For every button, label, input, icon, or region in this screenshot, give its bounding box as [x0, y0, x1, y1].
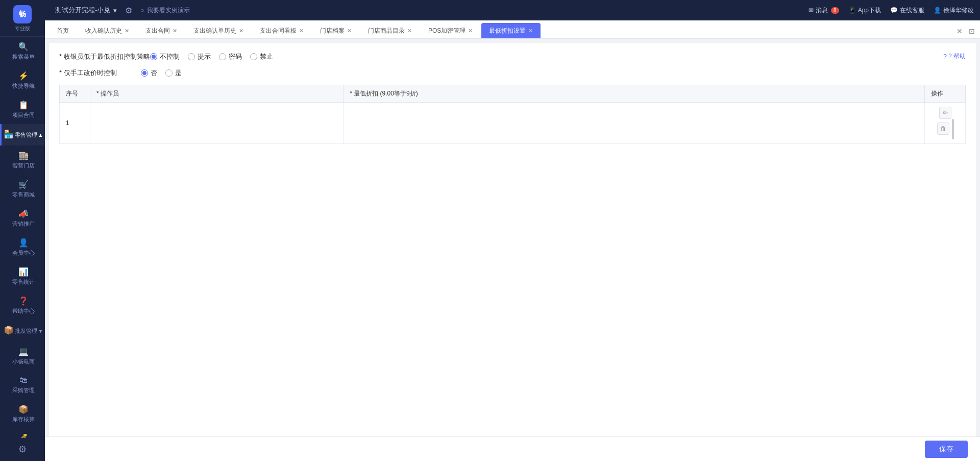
radio-no-circle — [141, 69, 148, 77]
cell-min-discount[interactable] — [344, 103, 925, 144]
tab-income[interactable]: 收入确认历史 ✕ — [78, 23, 137, 38]
topbar: 测试分开完程-小兑 ▾ ⚙ ○ 我要看实例演示 ✉ 消息 8 📱 App下载 💬… — [45, 0, 980, 20]
discount-table: 序号 * 操作员 * 最低折扣 (9.00等于9折) 操作 1 ✏ 🗑 — [59, 85, 966, 144]
user-name: 徐泽华修改 — [943, 6, 974, 15]
sidebar-item-search[interactable]: 🔍 搜索菜单 — [0, 37, 45, 66]
cell-seq: 1 — [60, 103, 90, 144]
help-link[interactable]: ? ? 帮助 — [943, 52, 966, 61]
sidebar-item-smartstore[interactable]: 🏬 智营门店 — [0, 145, 45, 175]
sidebar-item-finance[interactable]: 💰 资金管理 — [0, 428, 45, 438]
tab-payment-board[interactable]: 支出合同看板 ✕ — [252, 23, 311, 38]
smartstore-icon: 🏬 — [18, 151, 29, 160]
tab-payment[interactable]: 支出合同 ✕ — [138, 23, 185, 38]
sidebar-item-label: 搜索菜单 — [12, 53, 35, 61]
radio-forbidden[interactable]: 禁止 — [250, 52, 273, 61]
tab-pos-lock-label: POS加密管理 — [428, 27, 465, 35]
project-dropdown-icon: ▾ — [113, 7, 117, 14]
sidebar-item-label: 会员中心 — [12, 249, 35, 257]
topbar-settings-button[interactable]: ⚙ — [125, 6, 132, 15]
tab-store-file[interactable]: 门店档案 ✕ — [312, 23, 359, 38]
table-body: 1 ✏ 🗑 — [60, 103, 966, 144]
message-button[interactable]: ✉ 消息 8 — [808, 6, 839, 15]
radio-password-label: 密码 — [229, 52, 242, 61]
radio-prompt[interactable]: 提示 — [188, 52, 211, 61]
tab-expand-button[interactable]: ⊡ — [968, 26, 976, 36]
sidebar-item-quicknav[interactable]: ⚡ 快捷导航 — [0, 66, 45, 95]
online-service-button[interactable]: 💬 在线客服 — [890, 6, 924, 15]
manual-control-radio-group: 否 是 — [141, 68, 182, 78]
retail-arrow-icon: ▲ — [38, 132, 43, 138]
tab-home-label: 首页 — [57, 27, 69, 35]
user-menu-button[interactable]: 👤 徐泽华修改 — [934, 6, 974, 15]
radio-no-control[interactable]: 不控制 — [150, 52, 180, 61]
tab-payment-confirm[interactable]: 支出确认单历史 ✕ — [186, 23, 251, 38]
topbar-project-selector[interactable]: 测试分开完程-小兑 ▾ — [51, 4, 121, 17]
sidebar-item-inventory[interactable]: 📦 库存核算 — [0, 399, 45, 428]
tab-payment-close[interactable]: ✕ — [173, 28, 177, 34]
service-label: 在线客服 — [900, 6, 924, 15]
sidebar-item-retail[interactable]: 🏪 零售管理 ▲ — [0, 124, 45, 145]
sidebar-item-purchase[interactable]: 🛍 采购管理 — [0, 371, 45, 399]
question-icon: ? — [943, 53, 947, 60]
tab-min-discount-label: 最低折扣设置 — [489, 27, 526, 35]
tabbar: 首页 收入确认历史 ✕ 支出合同 ✕ 支出确认单历史 ✕ 支出合同看板 ✕ 门店… — [45, 20, 980, 39]
main-area: 测试分开完程-小兑 ▾ ⚙ ○ 我要看实例演示 ✉ 消息 8 📱 App下载 💬… — [45, 0, 980, 461]
finance-icon: 💰 — [18, 433, 29, 438]
tab-home[interactable]: 首页 — [49, 23, 77, 38]
topbar-demo-button[interactable]: ○ 我要看实例演示 — [140, 6, 189, 15]
settings-bottom-button[interactable]: ⚙ — [0, 438, 45, 461]
col-actions: 操作 — [925, 85, 966, 103]
radio-yes-circle — [165, 69, 173, 77]
app-download-button[interactable]: 📱 App下载 — [848, 6, 881, 15]
radio-password-circle — [219, 53, 226, 60]
sidebar-item-label: 零售管理 — [15, 131, 37, 139]
tab-store-file-close[interactable]: ✕ — [347, 28, 352, 34]
tab-payment-board-close[interactable]: ✕ — [299, 28, 304, 34]
radio-no-control-circle — [150, 53, 157, 60]
delete-row-button[interactable]: 🗑 — [937, 123, 949, 135]
tab-min-discount-close[interactable]: ✕ — [528, 28, 533, 34]
sidebar-item-label: 营销推广 — [12, 220, 35, 228]
radio-no-control-label: 不控制 — [160, 52, 180, 61]
sidebar-item-ecommerce[interactable]: 💻 小畅电商 — [0, 342, 45, 371]
sidebar-item-project[interactable]: 📋 项目合同 — [0, 95, 45, 124]
radio-prompt-label: 提示 — [198, 52, 211, 61]
radio-password[interactable]: 密码 — [219, 52, 242, 61]
cashier-policy-label-text: * 收银员低于最低折扣控制策略 — [59, 52, 150, 61]
sidebar-logo: 畅 专业版 — [0, 0, 45, 37]
manual-control-label-text: * 仅手工改价时控制 — [59, 68, 117, 78]
cell-operator[interactable] — [90, 103, 344, 144]
tab-income-label: 收入确认历史 — [85, 27, 122, 35]
tab-pos-lock[interactable]: POS加密管理 ✕ — [421, 23, 480, 38]
tab-store-goods[interactable]: 门店商品目录 ✕ — [360, 23, 420, 38]
quicknav-icon: ⚡ — [18, 71, 29, 81]
sidebar-item-member[interactable]: 👤 会员中心 — [0, 233, 45, 262]
sidebar-item-wholesale[interactable]: 📦 批发管理 ▼ — [0, 320, 45, 342]
demo-text: 我要看实例演示 — [147, 6, 190, 15]
sidebar-item-marketing[interactable]: 📣 营销推广 — [0, 204, 45, 233]
col-operator: * 操作员 — [90, 85, 344, 103]
sidebar-item-label: 帮助中心 — [12, 307, 35, 315]
tab-pos-lock-close[interactable]: ✕ — [468, 28, 473, 34]
sidebar-item-label: 零售商城 — [12, 191, 35, 199]
sidebar-item-label: 快捷导航 — [12, 82, 35, 90]
tab-income-close[interactable]: ✕ — [125, 28, 129, 34]
topbar-right: ✉ 消息 8 📱 App下载 💬 在线客服 👤 徐泽华修改 — [808, 6, 974, 15]
radio-no[interactable]: 否 — [141, 68, 157, 78]
edit-row-button[interactable]: ✏ — [939, 107, 951, 119]
content-area: ? ? 帮助 * 收银员低于最低折扣控制策略 不控制 提示 — [45, 39, 980, 461]
sidebar-item-onlineshop[interactable]: 🛒 零售商城 — [0, 175, 45, 204]
tab-close-all-button[interactable]: ✕ — [955, 26, 964, 36]
sidebar-item-label: 项目合同 — [12, 111, 35, 119]
table-header-row: 序号 * 操作员 * 最低折扣 (9.00等于9折) 操作 — [60, 85, 966, 103]
table-scroll-handle — [952, 119, 954, 139]
tab-payment-confirm-close[interactable]: ✕ — [239, 28, 243, 34]
sidebar-item-help[interactable]: ❓ 帮助中心 — [0, 291, 45, 320]
tab-store-goods-close[interactable]: ✕ — [407, 28, 412, 34]
tab-min-discount[interactable]: 最低折扣设置 ✕ — [481, 23, 541, 38]
save-button[interactable]: 保存 — [925, 441, 968, 458]
retailstat-icon: 📊 — [18, 267, 29, 277]
sidebar-item-retailstat[interactable]: 📊 零售统计 — [0, 262, 45, 291]
radio-yes[interactable]: 是 — [165, 68, 182, 78]
marketing-icon: 📣 — [18, 209, 29, 219]
